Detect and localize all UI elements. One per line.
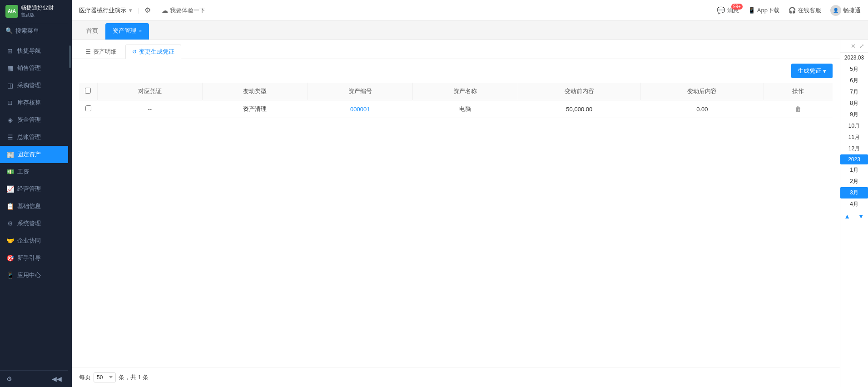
topbar-divider: | bbox=[138, 7, 139, 14]
tab-home[interactable]: 首页 bbox=[79, 23, 105, 40]
th-change-type: 变动类型 bbox=[203, 83, 308, 100]
sidebar-item-sales[interactable]: ▦ 销售管理 bbox=[0, 60, 68, 77]
logo-sub: 普及版 bbox=[21, 12, 54, 18]
app-center-icon: 📱 bbox=[6, 272, 14, 279]
expand-panel-btn[interactable]: ⤢ bbox=[858, 42, 865, 50]
sidebar-item-fixed-assets[interactable]: 🏢 固定资产 bbox=[0, 146, 68, 163]
sidebar-item-basic-info[interactable]: 📋 基础信息 bbox=[0, 198, 68, 215]
cooperation-icon: 🤝 bbox=[6, 237, 14, 244]
app-download-label: App下载 bbox=[757, 6, 779, 15]
month-list: 5月 6月 7月 8月 9月 10月 11月 12月 2023 1月 2月 3月… bbox=[840, 63, 868, 387]
sidebar-item-guide[interactable]: 🎯 新手引导 bbox=[0, 249, 68, 267]
sidebar-item-payroll[interactable]: 💵 工资 bbox=[0, 163, 68, 180]
delete-btn[interactable]: 🗑 bbox=[795, 105, 801, 113]
system-icon: ⚙ bbox=[6, 220, 14, 227]
total-text: 条，共 1 条 bbox=[119, 373, 149, 382]
sidebar-scroll-thumb bbox=[69, 45, 71, 68]
tab-asset-management[interactable]: 资产管理 × bbox=[105, 23, 149, 40]
row-asset-code: 000001 bbox=[308, 100, 413, 118]
month-item-2023-1[interactable]: 1月 bbox=[840, 164, 868, 176]
experience-btn[interactable]: ☁ 我要体验一下 bbox=[162, 6, 205, 15]
row-asset-name: 电脑 bbox=[413, 100, 518, 118]
month-item-10[interactable]: 10月 bbox=[840, 120, 868, 132]
month-item-2023-4[interactable]: 4月 bbox=[840, 198, 868, 210]
row-checkbox bbox=[79, 100, 97, 118]
user-name: 畅捷通 bbox=[843, 6, 861, 15]
search-label: 搜索菜单 bbox=[15, 27, 39, 35]
sub-tab-change-voucher[interactable]: ↺ 变更生成凭证 bbox=[125, 45, 181, 59]
rp-controls: ✕ ⤢ bbox=[840, 40, 868, 53]
sidebar-item-ledger[interactable]: ☰ 总账管理 bbox=[0, 129, 68, 146]
ledger-icon: ☰ bbox=[6, 134, 14, 141]
inner-content: ☰ 资产明细 ↺ 变更生成凭证 生成凭证 ▾ bbox=[72, 40, 840, 387]
sidebar-item-management[interactable]: 📈 经营管理 bbox=[0, 180, 68, 198]
sidebar-scrollbar[interactable] bbox=[68, 0, 72, 387]
dropdown-arrow-icon: ▾ bbox=[823, 68, 826, 74]
collapse-icon[interactable]: ◀◀ bbox=[52, 375, 62, 382]
month-item-9[interactable]: 9月 bbox=[840, 109, 868, 120]
month-item-5[interactable]: 5月 bbox=[840, 64, 868, 75]
month-prev-btn[interactable]: ▲ bbox=[843, 212, 852, 221]
month-item-8[interactable]: 8月 bbox=[840, 98, 868, 109]
sidebar-item-finance[interactable]: ◈ 资金管理 bbox=[0, 111, 68, 129]
sidebar-item-label: 应用中心 bbox=[17, 271, 41, 279]
sidebar-item-cooperation[interactable]: 🤝 企业协同 bbox=[0, 232, 68, 249]
sidebar-item-system[interactable]: ⚙ 系统管理 bbox=[0, 215, 68, 232]
settings-icon[interactable]: ⚙ bbox=[6, 375, 12, 382]
table-row: -- 资产清理 000001 电脑 bbox=[79, 100, 833, 118]
app-download-btn[interactable]: 📱 App下载 bbox=[748, 6, 779, 15]
month-item-11[interactable]: 11月 bbox=[840, 132, 868, 143]
customer-service-btn[interactable]: 🎧 在线客服 bbox=[789, 6, 821, 15]
inventory-icon: ⊡ bbox=[6, 99, 14, 106]
row-voucher: -- bbox=[97, 100, 203, 118]
sidebar-item-app-center[interactable]: 📱 应用中心 bbox=[0, 267, 68, 284]
customer-service-label: 在线客服 bbox=[798, 6, 821, 15]
th-before-change: 变动前内容 bbox=[518, 83, 641, 100]
sidebar-item-label: 基础信息 bbox=[17, 202, 41, 210]
table-wrap: 对应凭证 变动类型 资产编号 资产名称 bbox=[72, 83, 840, 367]
sidebar-item-purchase[interactable]: ◫ 采购管理 bbox=[0, 77, 68, 94]
table-header-row: 对应凭证 变动类型 资产编号 资产名称 bbox=[79, 83, 833, 100]
dropdown-icon[interactable]: ▾ bbox=[129, 7, 132, 14]
month-nav: ▲ ▼ bbox=[840, 210, 868, 223]
toolbar: 生成凭证 ▾ bbox=[72, 59, 840, 83]
th-action: 操作 bbox=[764, 83, 833, 100]
close-panel-btn[interactable]: ✕ bbox=[850, 42, 857, 50]
sidebar-footer: ⚙ ◀◀ bbox=[0, 370, 68, 387]
user-profile[interactable]: 👤 畅捷通 bbox=[830, 5, 861, 16]
notifications-btn[interactable]: 💬 消息 99+ bbox=[717, 6, 739, 15]
month-item-7[interactable]: 7月 bbox=[840, 86, 868, 98]
month-item-2023-2[interactable]: 2月 bbox=[840, 176, 868, 187]
month-next-btn[interactable]: ▼ bbox=[857, 212, 866, 221]
year-2023-label[interactable]: 2023 bbox=[840, 154, 868, 164]
fixed-assets-icon: 🏢 bbox=[6, 151, 14, 158]
panel-year-label: 2023.03 bbox=[840, 53, 868, 63]
asset-code-link[interactable]: 000001 bbox=[350, 106, 370, 113]
quick-nav-icon: ⊞ bbox=[6, 47, 14, 55]
th-asset-name: 资产名称 bbox=[413, 83, 518, 100]
month-item-12[interactable]: 12月 bbox=[840, 143, 868, 154]
th-checkbox bbox=[79, 83, 97, 100]
sidebar-item-label: 系统管理 bbox=[17, 219, 41, 228]
tab-close-btn[interactable]: × bbox=[139, 28, 142, 34]
row-select-checkbox[interactable] bbox=[85, 105, 91, 111]
sidebar-item-quick-nav[interactable]: ⊞ 快捷导航 bbox=[0, 42, 68, 60]
sidebar-item-inventory[interactable]: ⊡ 库存核算 bbox=[0, 94, 68, 111]
select-all-checkbox[interactable] bbox=[85, 88, 91, 94]
settings-btn[interactable]: ⚙ bbox=[144, 6, 151, 15]
month-item-6[interactable]: 6月 bbox=[840, 75, 868, 86]
generate-voucher-btn[interactable]: 生成凭证 ▾ bbox=[791, 64, 833, 78]
search-menu[interactable]: 🔍 搜索菜单 bbox=[0, 23, 68, 39]
sidebar-item-label: 固定资产 bbox=[17, 150, 41, 159]
per-page-select[interactable]: 50 10 20 100 bbox=[94, 372, 116, 382]
guide-icon: 🎯 bbox=[6, 254, 14, 262]
sub-tab-asset-detail[interactable]: ☰ 资产明细 bbox=[79, 45, 124, 59]
content-area: ☰ 资产明细 ↺ 变更生成凭证 生成凭证 ▾ bbox=[72, 40, 868, 387]
month-item-2023-3[interactable]: 3月 bbox=[840, 187, 868, 198]
sub-tabs: ☰ 资产明细 ↺ 变更生成凭证 bbox=[72, 40, 840, 59]
logo-icon: AtA bbox=[5, 5, 18, 18]
row-before-change: 50,000.00 bbox=[518, 100, 641, 118]
th-voucher: 对应凭证 bbox=[97, 83, 203, 100]
phone-icon: 📱 bbox=[748, 7, 755, 14]
company-name: 医疗器械行业演示 bbox=[79, 6, 126, 15]
